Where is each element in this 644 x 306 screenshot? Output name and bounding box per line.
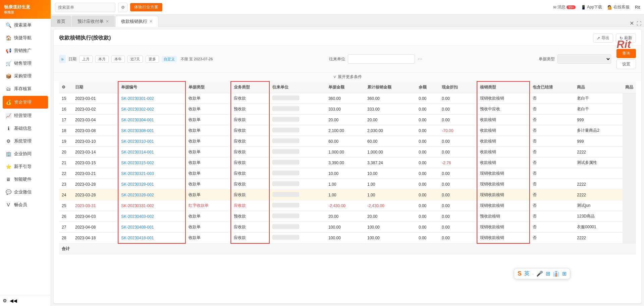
sidebar-item-member[interactable]: V 畅会员 xyxy=(0,198,51,211)
cell-voucher-no: SK-20230304-001 xyxy=(118,115,185,125)
th-counterpart[interactable]: 往来单位 xyxy=(269,81,326,93)
toolbar-icon-1[interactable]: 英 xyxy=(524,270,530,277)
cell-balance: 0.00 xyxy=(416,190,439,200)
cell-cum-writeoff: 20.00 xyxy=(365,115,416,125)
voucher-link[interactable]: SK-20230314-001 xyxy=(121,150,154,155)
th-setting[interactable]: ⚙ xyxy=(59,81,72,93)
counterpart-dots[interactable]: ··· xyxy=(418,56,422,62)
th-biz-type[interactable]: 业务类型 xyxy=(231,81,269,93)
maximize-icon[interactable]: ⛶ xyxy=(637,21,641,26)
filter-expand-btn[interactable]: » xyxy=(59,55,66,63)
sidebar-item-system[interactable]: ⚙ 系统管理 xyxy=(0,135,51,147)
sidebar-item-weixin[interactable]: 💬 企业微信 xyxy=(0,186,51,198)
cell-goods2 xyxy=(623,179,636,190)
gear-button[interactable]: ⚙ xyxy=(118,3,127,12)
sidebar-item-purchase[interactable]: 📦 采购管理 xyxy=(0,70,51,82)
cell-cash-discount: 0.00 xyxy=(439,168,477,179)
cell-counterpart xyxy=(269,222,326,233)
sidebar-item-operation[interactable]: 📈 经营管理 xyxy=(0,109,51,122)
voucher-link[interactable]: SK-20230321-003 xyxy=(121,171,154,176)
cell-voucher-type: 收款单 xyxy=(185,136,231,147)
export-button[interactable]: ↗ 导出 xyxy=(593,34,613,43)
topbar-search[interactable] xyxy=(55,3,115,12)
last-month-btn[interactable]: 上月 xyxy=(79,56,93,63)
voucher-link[interactable]: SK-20230328-001 xyxy=(121,182,154,187)
voucher-link[interactable]: SK-20230308-001 xyxy=(121,128,154,133)
setting-button[interactable]: 设置 xyxy=(616,59,636,69)
th-voucher-no[interactable]: 单据编号 xyxy=(118,81,185,93)
voucher-link[interactable]: SK-20230310-001 xyxy=(121,139,154,144)
tab-collection-close[interactable]: ✕ xyxy=(149,19,153,24)
cell-goods2 xyxy=(623,147,636,158)
sidebar-item-search[interactable]: 🔍 搜索菜单 xyxy=(0,19,51,32)
expand-more-bar[interactable]: ∨ 展开更多条件 xyxy=(54,73,641,81)
th-voucher-type[interactable]: 单据类型 xyxy=(185,81,231,93)
last-7days-btn[interactable]: 近7天 xyxy=(127,56,143,63)
app-download-item[interactable]: 📱 App下载 xyxy=(581,4,602,10)
cell-biz-type: 应收款 xyxy=(231,168,269,179)
voucher-link[interactable]: SK-20230331-002 xyxy=(121,203,154,208)
settings-icon[interactable]: ⚙ xyxy=(3,298,7,303)
cell-date: 2023-03-10 xyxy=(72,136,118,147)
sidebar-item-sales[interactable]: 🛒 销售管理 xyxy=(0,57,51,70)
voucher-link[interactable]: SK-20230328-002 xyxy=(121,193,154,197)
cell-goods2 xyxy=(623,190,636,200)
voucher-link[interactable]: SK-20230403-002 xyxy=(121,214,154,219)
tab-collection[interactable]: 收款核销执行 ✕ xyxy=(115,16,158,27)
cell-cash-discount: 0.00 xyxy=(439,222,477,233)
more-btn[interactable]: 更多 xyxy=(146,56,159,63)
sidebar-item-guide[interactable]: ⭐ 新手引导 xyxy=(0,160,51,173)
sidebar-item-quicknav[interactable]: 🏠 快捷导航 xyxy=(0,32,51,44)
voucher-link[interactable]: SK-20230315-002 xyxy=(121,161,154,165)
tab-preorder[interactable]: 预计应收付单 ✕ xyxy=(72,16,115,26)
cell-balance: 0.00 xyxy=(416,115,439,125)
message-item[interactable]: ✉ 消息 99+ xyxy=(553,4,576,10)
user-name[interactable]: Rit xyxy=(635,5,640,10)
th-amount[interactable]: 单据金额 xyxy=(326,81,365,93)
sidebar-item-finance[interactable]: 💰 资金管理 xyxy=(3,96,48,109)
tab-home[interactable]: 首页 xyxy=(51,16,71,26)
toolbar-icon-2[interactable]: · xyxy=(532,271,534,277)
cell-include-settled: 否 xyxy=(530,158,575,168)
counterpart-input[interactable] xyxy=(348,54,415,64)
sidebar-item-marketing[interactable]: 📢 营销推广 xyxy=(0,44,51,57)
voucher-link[interactable]: SK-20230304-001 xyxy=(121,118,154,122)
toolbar-icon-app[interactable]: ⊞ xyxy=(562,270,567,277)
voucher-link[interactable]: SK-20230418-001 xyxy=(121,236,154,240)
sidebar-item-inventory[interactable]: 🗂 库存核算 xyxy=(0,82,51,95)
toolbar-icon-mic[interactable]: 🎤 xyxy=(536,270,543,277)
industry-btn[interactable]: 体验行业方案 xyxy=(130,3,162,11)
th-balance[interactable]: 余额 xyxy=(416,81,439,93)
search-input[interactable] xyxy=(58,5,112,10)
this-month-btn[interactable]: 本月 xyxy=(95,56,109,63)
cell-goods2 xyxy=(623,115,636,125)
cell-counterpart xyxy=(269,179,326,190)
this-year-btn[interactable]: 本年 xyxy=(111,56,125,63)
cell-voucher-no: SK-20230310-001 xyxy=(118,136,185,147)
th-cash-discount[interactable]: 现金折扣 xyxy=(439,81,477,93)
voucher-type-select[interactable] xyxy=(557,54,611,64)
online-service-item[interactable]: 💁 在线客服 xyxy=(607,4,630,10)
toolbar-icon-shirt[interactable]: 👔 xyxy=(553,270,559,277)
collapse-icon[interactable]: ◀◀ xyxy=(10,298,17,303)
table-row: 24 2023-03-28 SK-20230328-002 收款单 应收款 1.… xyxy=(59,190,636,200)
toolbar-icon-grid[interactable]: ⊞ xyxy=(546,270,550,277)
th-goods2[interactable]: 商品 xyxy=(623,81,636,93)
double-right-icon: » xyxy=(61,56,64,62)
voucher-link[interactable]: SK-20230408-001 xyxy=(121,225,154,230)
sidebar-item-enterprise[interactable]: 🏢 企业协同 xyxy=(0,147,51,160)
cell-goods2 xyxy=(623,158,636,168)
th-goods[interactable]: 商品 xyxy=(574,81,623,93)
sidebar-item-basicinfo[interactable]: ℹ 基础信息 xyxy=(0,122,51,135)
th-writeoff-type[interactable]: 核销类型 xyxy=(477,81,529,93)
voucher-link[interactable]: SK-20230302-002 xyxy=(121,107,154,112)
tab-preorder-close[interactable]: ✕ xyxy=(106,19,109,24)
th-cum-writeoff[interactable]: 累计核销金额 xyxy=(365,81,416,93)
close-window-icon[interactable]: ✕ xyxy=(630,20,634,26)
th-include-settled[interactable]: 包含已结清 xyxy=(530,81,575,93)
expand-icon: ∨ xyxy=(333,74,336,79)
custom-date-btn[interactable]: 自定义 xyxy=(162,56,177,62)
th-date[interactable]: 日期 xyxy=(72,81,118,93)
sidebar-item-hardware[interactable]: 🖥 智能硬件 xyxy=(0,173,51,186)
voucher-link[interactable]: SK-20230301-002 xyxy=(121,96,154,101)
